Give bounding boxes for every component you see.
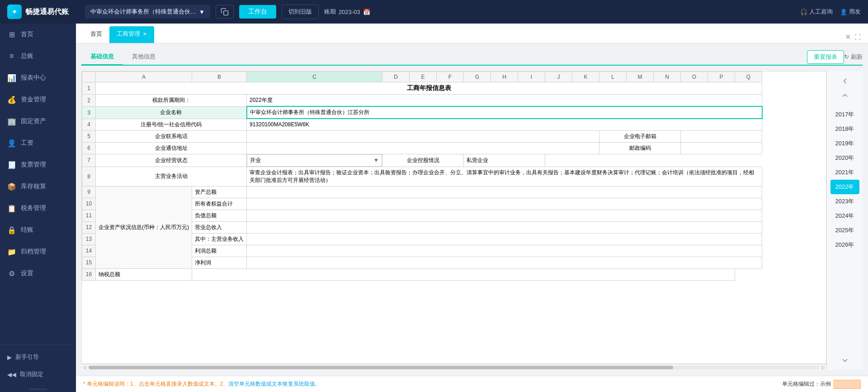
tax-value-cell[interactable] [192,268,735,280]
invoice-icon: 🧾 [7,160,16,169]
sheet-title-cell[interactable]: 工商年报信息表 [96,82,762,95]
holding-value-cell[interactable]: 私营企业 [464,154,545,167]
col-header-l: L [599,72,627,82]
top-right-area: 🎧 人工咨询 👤 用友 [800,8,861,16]
profit-value-cell[interactable] [247,245,762,257]
tab-close-icon[interactable]: ✕ [143,31,147,37]
sidebar-item-finance[interactable]: 💰 资金管理 [0,89,76,110]
table-row: 4 注册号/统一社会信用代码 91320100MA208E5W6K [82,119,762,130]
status-value-cell[interactable]: 开业 ▼ [247,154,382,167]
reset-report-button[interactable]: 重置报表 [807,50,844,64]
main-revenue-label-cell: 其中：主营业务收入 [192,233,247,245]
postcode-value-cell[interactable] [681,142,762,154]
status-dropdown-icon[interactable]: ▼ [373,157,379,163]
asset-group-cell: 企业资产状况信息(币种：人民币万元) [96,186,192,268]
user-menu[interactable]: 👤 用友 [840,8,861,16]
year-item[interactable]: 2017年 [830,107,859,122]
holding-label-cell: 企业控股情况 [382,154,464,167]
scroll-track[interactable] [89,366,819,369]
year-item[interactable]: 2021年 [830,165,859,180]
period-value-cell[interactable]: 2022年度 [247,95,762,107]
year-item[interactable]: 2023年 [830,194,859,209]
expand-icon[interactable]: ⛶ [854,33,861,41]
copy-button[interactable] [216,5,234,19]
close-window-icon[interactable]: ✕ [845,33,851,41]
refresh-button[interactable]: ↻ 刷新 [844,53,863,61]
scroll-thumb[interactable] [89,366,673,369]
sidebar-item-newbie[interactable]: ▶ 新手引导 [0,349,76,366]
company-selector[interactable]: 中审众环会计师事务所（特殊普通合伙… ▼ [85,5,210,19]
row-num: 8 [82,167,96,186]
panel-up-button[interactable] [831,89,859,102]
sidebar-item-archive[interactable]: 📁 归档管理 [0,241,76,263]
spreadsheet-container[interactable]: A B C D E F G H I J [81,71,826,364]
sidebar-item-assets[interactable]: 🏢 固定资产 [0,110,76,132]
net-profit-value-cell[interactable] [247,257,762,268]
year-item[interactable]: 2019年 [830,136,859,151]
sidebar-item-invoice[interactable]: 🧾 发票管理 [0,154,76,176]
row-num: 6 [82,142,96,154]
asset-label-cell: 资产总额 [192,186,247,198]
right-panel-controls [831,75,859,102]
sidebar-item-inventory[interactable]: 📦 库存核算 [0,176,76,197]
year-item[interactable]: 2022年 [830,180,859,194]
col-header-d: D [382,72,410,82]
sidebar-item-home[interactable]: ⊞ 首页 [0,24,76,45]
year-item[interactable]: 2020年 [830,151,859,165]
main-revenue-value-cell[interactable] [247,233,762,245]
calendar-icon[interactable]: 📅 [363,9,370,15]
table-row: 7 企业经营状态 开业 ▼ 企业控股情况 私营企业 [82,154,762,167]
inventory-icon: 📦 [7,182,16,191]
sidebar-item-unpin[interactable]: ◀◀ 取消固定 [0,366,76,383]
revenue-value-cell[interactable] [247,221,762,233]
asset-value-cell[interactable] [247,186,762,198]
col-header-o: O [681,72,708,82]
panel-down-button[interactable] [831,354,859,367]
table-row: 8 主营业务活动 审查企业会计报表；出具审计报告；验证企业资本；出具验资报告；办… [82,167,762,186]
sidebar-item-closing[interactable]: 🔒 结账 [0,219,76,241]
row-num: 4 [82,119,96,130]
user-icon: 👤 [840,9,847,15]
company-name-cell[interactable]: 中审众环会计师事务所（特殊普通合伙）江苏分所 [247,106,762,119]
tab-business[interactable]: 工商管理 ✕ [109,26,154,43]
scroll-right-arrow[interactable]: ▷ [820,365,826,370]
scroll-left-arrow[interactable]: ◁ [81,365,88,370]
sidebar-item-tax[interactable]: 📋 税务管理 [0,197,76,219]
revenue-label-cell: 营业总收入 [192,221,247,233]
tab-home[interactable]: 首页 [83,26,109,43]
row-num: 11 [82,210,96,221]
col-header-a: A [96,72,192,82]
ledger-icon: ≡ [7,52,16,61]
row-num: 9 [82,186,96,198]
workbench-button[interactable]: 工作台 [239,5,276,19]
horizontal-scrollbar[interactable]: ◁ ▷ [81,364,826,370]
sub-tab-other[interactable]: 其他信息 [123,49,165,66]
company-name: 中审众环会计师事务所（特殊普通合伙… [90,8,196,16]
year-item[interactable]: 2024年 [830,209,859,223]
payroll-icon: 👤 [7,139,16,148]
year-item[interactable]: 2025年 [830,223,859,238]
consultation-link[interactable]: 🎧 人工咨询 [800,8,833,16]
old-version-button[interactable]: 切到旧版 [282,5,319,19]
year-item[interactable]: 2018年 [830,122,859,136]
equity-value-cell[interactable] [247,198,762,210]
sidebar-item-payroll[interactable]: 👤 工资 [0,132,76,154]
reg-value-cell[interactable]: 91320100MA208E5W6K [247,119,762,130]
contact-value-cell[interactable] [247,130,599,142]
sidebar-label-ledger: 总账 [21,52,33,60]
year-item[interactable]: 2026年 [830,238,859,252]
sidebar-item-settings[interactable]: ⚙ 设置 [0,263,76,284]
sub-tab-basic[interactable]: 基础信息 [81,49,123,66]
business-value-cell[interactable]: 审查企业会计报表；出具审计报告；验证企业资本；出具验资报告；办理企业合开、分立、… [247,167,762,186]
sidebar-item-ledger[interactable]: ≡ 总账 [0,45,76,67]
col-header-g: G [464,72,491,82]
debt-value-cell[interactable] [247,210,762,221]
top-bar: ✦ 畅捷通易代账 中审众环会计师事务所（特殊普通合伙… ▼ 工作台 切到旧版 账… [0,0,868,24]
headset-icon: 🎧 [800,9,807,15]
panel-collapse-button[interactable] [831,75,859,87]
sidebar-resize[interactable] [0,387,76,392]
address-value-cell[interactable] [247,142,599,154]
sidebar-item-report[interactable]: 📊 报表中心 [0,67,76,89]
sidebar-scroll: ⊞ 首页 ≡ 总账 📊 报表中心 💰 资金管理 🏢 固定资产 👤 工资 [0,24,76,344]
email-value-cell[interactable] [681,130,762,142]
